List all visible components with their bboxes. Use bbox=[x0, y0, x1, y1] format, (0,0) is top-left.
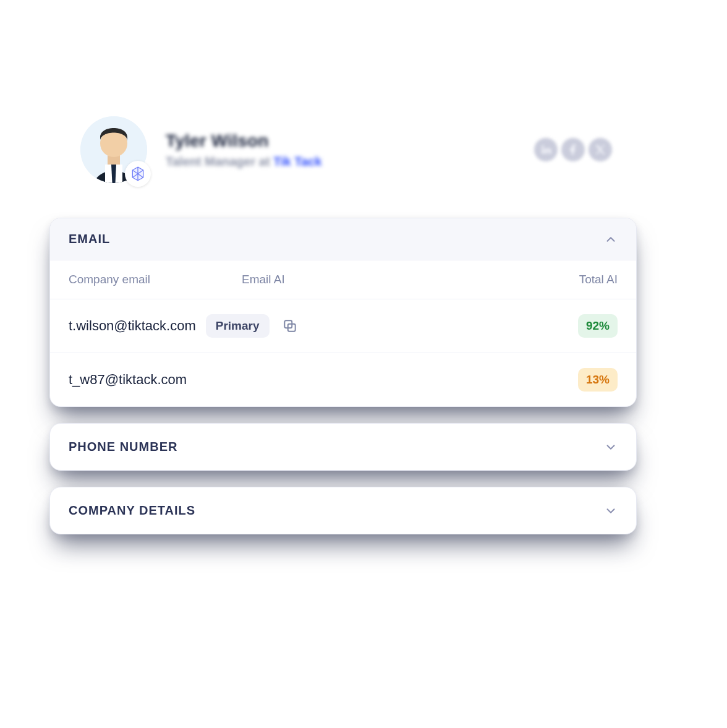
facebook-icon[interactable] bbox=[561, 138, 585, 161]
col-company-email: Company email bbox=[69, 273, 242, 286]
person-role: Talent Manager at Tik Tack bbox=[166, 155, 321, 169]
col-total-ai: Total AI bbox=[550, 273, 618, 286]
company-section: COMPANY DETAILS bbox=[49, 487, 637, 534]
email-address: t.wilson@tiktack.com bbox=[69, 318, 196, 334]
chevron-up-icon bbox=[604, 233, 618, 246]
col-email-ai: Email AI bbox=[242, 273, 550, 286]
email-columns: Company email Email AI Total AI bbox=[50, 260, 636, 299]
chevron-down-icon bbox=[604, 504, 618, 518]
phone-section-header[interactable]: PHONE NUMBER bbox=[50, 424, 636, 470]
contact-card-container: Tyler Wilson Talent Manager at Tik Tack … bbox=[49, 111, 637, 550]
role-prefix: Talent Manager at bbox=[166, 155, 273, 168]
email-section-header[interactable]: EMAIL bbox=[50, 218, 636, 260]
copy-icon[interactable] bbox=[279, 315, 300, 336]
phone-section-title: PHONE NUMBER bbox=[69, 440, 177, 454]
company-section-title: COMPANY DETAILS bbox=[69, 503, 195, 518]
score-badge: 92% bbox=[578, 314, 618, 338]
linkedin-icon[interactable] bbox=[534, 138, 558, 161]
profile-header: Tyler Wilson Talent Manager at Tik Tack bbox=[49, 111, 637, 183]
email-address: t_w87@tiktack.com bbox=[69, 372, 187, 388]
socials bbox=[534, 138, 612, 161]
company-badge-icon bbox=[125, 161, 151, 187]
score-badge: 13% bbox=[578, 368, 618, 392]
primary-badge: Primary bbox=[206, 314, 270, 338]
identity: Tyler Wilson Talent Manager at Tik Tack bbox=[166, 131, 321, 169]
company-section-header[interactable]: COMPANY DETAILS bbox=[50, 487, 636, 534]
email-section-title: EMAIL bbox=[69, 232, 110, 246]
company-link[interactable]: Tik Tack bbox=[273, 155, 321, 168]
phone-section: PHONE NUMBER bbox=[49, 423, 637, 471]
email-row: t_w87@tiktack.com 13% bbox=[50, 353, 636, 406]
email-row: t.wilson@tiktack.com Primary 92% bbox=[50, 299, 636, 353]
chevron-down-icon bbox=[604, 440, 618, 454]
person-name: Tyler Wilson bbox=[166, 131, 321, 151]
avatar-wrap bbox=[80, 116, 147, 183]
x-icon[interactable] bbox=[589, 138, 612, 161]
email-section: EMAIL Company email Email AI Total AI t.… bbox=[49, 218, 637, 407]
